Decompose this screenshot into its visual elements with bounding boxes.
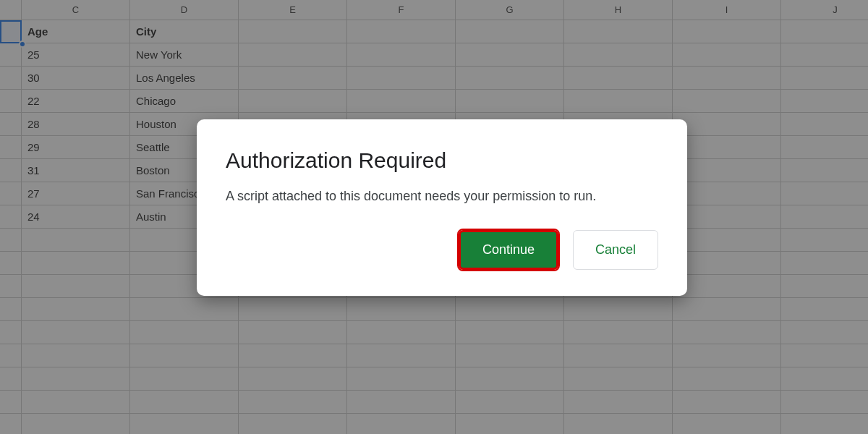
- dialog-button-row: Continue Cancel: [226, 230, 658, 270]
- authorization-dialog: Authorization Required A script attached…: [197, 119, 687, 296]
- cancel-button[interactable]: Cancel: [573, 230, 658, 270]
- continue-button[interactable]: Continue: [459, 230, 558, 270]
- dialog-title: Authorization Required: [226, 148, 658, 173]
- dialog-body: A script attached to this document needs…: [226, 189, 658, 204]
